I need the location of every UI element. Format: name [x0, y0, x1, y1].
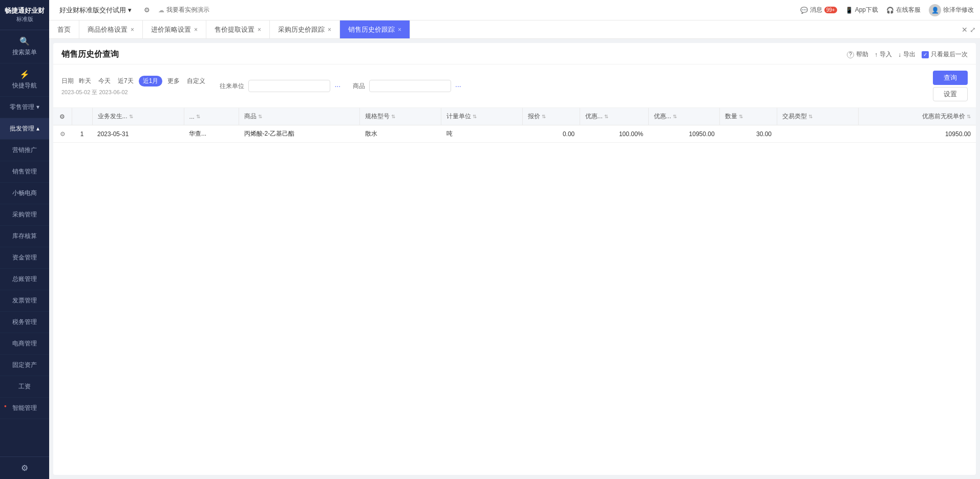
sidebar-item-label: 固定资产 [12, 361, 37, 369]
sidebar-item-inventory[interactable]: 库存核算 [0, 226, 49, 247]
product-input[interactable] [369, 80, 451, 92]
sidebar-item-quicknav[interactable]: ⚡ 快捷导航 [0, 63, 49, 97]
from-unit-input[interactable] [248, 80, 330, 92]
th-product[interactable]: 商品 ⇅ [239, 108, 360, 125]
sidebar-item-smart[interactable]: ● 智能管理 [0, 398, 49, 419]
app-download-button[interactable]: 📱 App下载 [845, 6, 878, 14]
date-today[interactable]: 今天 [96, 76, 113, 86]
sidebar-item-label: 库存核算 [12, 232, 37, 241]
sidebar-item-assets[interactable]: 固定资产 [0, 355, 49, 376]
settings-button[interactable]: 设置 [933, 87, 968, 101]
sidebar-item-search[interactable]: 🔍 搜索菜单 [0, 30, 49, 63]
close-icon[interactable]: × [258, 26, 261, 33]
th-gear[interactable]: ⚙ [53, 108, 72, 125]
td-more: 华查... [184, 125, 239, 143]
logo-sub: 标准版 [4, 15, 45, 23]
th-quantity[interactable]: 数量 ⇅ [720, 108, 777, 125]
help-button[interactable]: ? 帮助 [847, 50, 868, 59]
th-price[interactable]: 报价 ⇅ [523, 108, 580, 125]
red-dot-icon: ● [4, 404, 7, 408]
th-date[interactable]: 业务发生... ⇅ [92, 108, 184, 125]
sort-icon: ⇅ [739, 114, 743, 119]
td-trans-type [777, 125, 858, 143]
product-dots[interactable]: ··· [455, 82, 461, 90]
th-discount2[interactable]: 优惠... ⇅ [648, 108, 719, 125]
query-button[interactable]: 查询 [933, 71, 968, 85]
sidebar-item-label: 电商管理 [12, 339, 37, 348]
sort-icon: ⇅ [542, 114, 546, 119]
tab-label: 销售历史价跟踪 [348, 25, 395, 34]
th-date-label: 业务发生... [98, 112, 127, 121]
date-buttons: 日期 昨天 今天 近7天 近1月 更多 自定义 [61, 76, 207, 86]
sidebar-item-retail[interactable]: 零售管理 ▾ [0, 97, 49, 118]
date-yesterday[interactable]: 昨天 [77, 76, 93, 86]
module-selector[interactable]: 好业财标准版交付试用 ▾ [55, 4, 136, 17]
sidebar-item-ecommerce-small[interactable]: 小畅电商 [0, 183, 49, 204]
sort-icon: ⇅ [129, 114, 133, 119]
close-icon[interactable]: × [328, 26, 331, 33]
th-more[interactable]: ... ⇅ [184, 108, 239, 125]
from-unit-dots[interactable]: ··· [334, 82, 340, 90]
top-header-left: 好业财标准版交付试用 ▾ ⚙ ☁ 我要看实例演示 [55, 3, 796, 17]
sidebar-item-purchase[interactable]: 采购管理 [0, 204, 49, 226]
th-pretax-price[interactable]: 优惠前无税单价 ⇅ [858, 108, 976, 125]
th-trans-type[interactable]: 交易类型 ⇅ [777, 108, 858, 125]
table-area: ⚙ 业务发生... ⇅ ... ⇅ [53, 108, 976, 475]
sidebar-item-sales[interactable]: 销售管理 [0, 161, 49, 183]
sidebar-item-label: 营销推广 [12, 146, 37, 155]
close-icon[interactable]: × [398, 26, 401, 33]
close-icon[interactable]: × [131, 26, 134, 33]
close-icon[interactable]: × [194, 26, 198, 33]
gear-icon: ⚙ [59, 113, 65, 120]
sidebar-item-finance[interactable]: 资金管理 [0, 247, 49, 269]
tab-home[interactable]: 首页 [49, 20, 79, 38]
message-badge: 99+ [824, 7, 837, 13]
td-product: 丙烯酸-2-乙基己酯 [239, 125, 360, 143]
row-discount2: 10950.00 [689, 130, 715, 138]
tab-purchase-strategy[interactable]: 进价策略设置 × [143, 20, 206, 38]
date-1month[interactable]: 近1月 [139, 76, 163, 86]
th-discount1[interactable]: 优惠... ⇅ [580, 108, 648, 125]
row-discount1: 100.00% [619, 130, 643, 138]
demo-button[interactable]: ☁ 我要看实例演示 [158, 6, 209, 14]
sidebar-item-label: 批发管理 [10, 124, 34, 133]
date-custom[interactable]: 自定义 [185, 76, 207, 86]
sidebar-item-label: 总账管理 [12, 275, 37, 284]
module-settings-button[interactable]: ⚙ [140, 3, 154, 17]
tab-label: 进价策略设置 [151, 25, 191, 34]
sidebar-item-invoice[interactable]: 发票管理 [0, 290, 49, 312]
sidebar-item-ecommerce[interactable]: 电商管理 [0, 333, 49, 355]
sidebar-item-salary[interactable]: 工资 [0, 376, 49, 398]
sidebar-item-wholesale[interactable]: 批发管理 ▴ [0, 118, 49, 140]
sidebar-item-accounting[interactable]: 总账管理 [0, 269, 49, 290]
tab-price-settings[interactable]: 商品价格设置 × [79, 20, 143, 38]
date-7days[interactable]: 近7天 [116, 76, 136, 86]
data-table: ⚙ 业务发生... ⇅ ... ⇅ [53, 108, 976, 143]
only-last-checkbox[interactable]: ✓ 只看最后一次 [922, 50, 968, 59]
sidebar-item-settings[interactable]: ⚙ [0, 456, 49, 479]
td-quantity: 30.00 [720, 125, 777, 143]
export-button[interactable]: ↓ 导出 [898, 50, 915, 59]
page-actions: ? 帮助 ↑ 导入 ↓ 导出 ✓ 只看最后一次 [847, 50, 968, 59]
import-button[interactable]: ↑ 导入 [875, 50, 892, 59]
online-service-button[interactable]: 🎧 在线客服 [886, 6, 921, 14]
tab-sale-history[interactable]: 销售历史价跟踪 × [340, 20, 410, 38]
tab-purchase-history[interactable]: 采购历史价跟踪 × [270, 20, 340, 38]
date-more[interactable]: 更多 [165, 76, 182, 86]
sidebar-item-tax[interactable]: 税务管理 [0, 312, 49, 333]
logo-title: 畅捷通好业财 [4, 6, 45, 15]
close-panel-button[interactable]: ✕ [962, 26, 968, 34]
user-info[interactable]: 👤 徐泽华修改 [929, 4, 974, 16]
sidebar-item-marketing[interactable]: 营销推广 [0, 140, 49, 161]
th-unit[interactable]: 计量单位 ⇅ [441, 108, 523, 125]
th-spec[interactable]: 规格型号 ⇅ [360, 108, 441, 125]
product-filter: 商品 ··· [353, 80, 461, 92]
maximize-button[interactable]: ⤢ [970, 26, 976, 34]
tab-sale-extract[interactable]: 售价提取设置 × [206, 20, 270, 38]
td-price: 0.00 [523, 125, 580, 143]
row-gear-icon[interactable]: ⚙ [60, 130, 66, 138]
message-button[interactable]: 💬 消息 99+ [800, 6, 837, 14]
tab-label: 商品价格设置 [88, 25, 127, 34]
help-label: 帮助 [856, 50, 868, 59]
td-date: 2023-05-31 [92, 125, 184, 143]
